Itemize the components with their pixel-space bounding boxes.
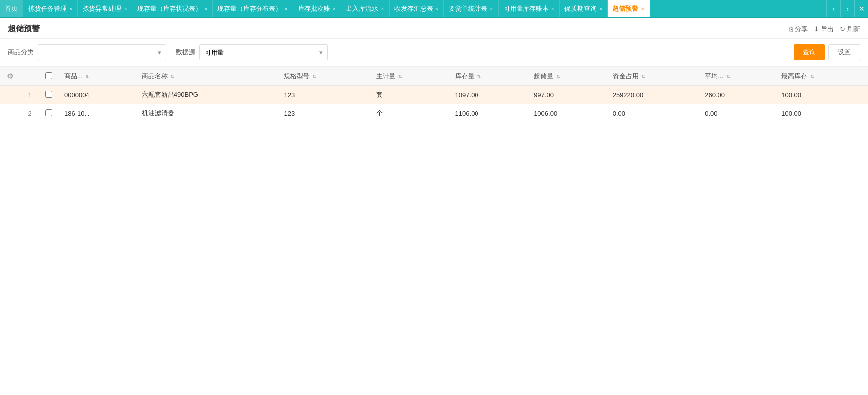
col-header-overstock[interactable]: 超储量 ⇅ bbox=[528, 67, 607, 86]
col-header-product-code-label: 商品... bbox=[64, 72, 83, 79]
nav-label-collect-summary: 收发存汇总表 bbox=[394, 4, 433, 13]
share-label: 分享 bbox=[795, 25, 808, 34]
settings-icon[interactable]: ⚙ bbox=[7, 72, 13, 80]
nav-item-abnormal[interactable]: 拣货异常处理 × bbox=[78, 0, 132, 17]
refresh-button[interactable]: ↻ 刷新 bbox=[840, 25, 860, 34]
cell-settings-0 bbox=[0, 86, 20, 104]
nav-item-available-ledger[interactable]: 可用量库存账本 × bbox=[499, 0, 560, 17]
cell-avg-0: 260.00 bbox=[699, 86, 776, 104]
col-header-checkbox[interactable] bbox=[40, 67, 58, 86]
cell-overstock-0: 997.00 bbox=[528, 86, 607, 104]
filter-area: 商品分类 数据源 可用量 查询 设置 bbox=[0, 39, 868, 67]
col-header-product-code[interactable]: 商品... ⇅ bbox=[58, 67, 136, 86]
cell-inventory-1: 1106.00 bbox=[449, 104, 528, 122]
sort-icon-unit: ⇅ bbox=[398, 74, 402, 79]
nav-close-inventory-dist[interactable]: × bbox=[284, 6, 287, 12]
nav-arrow-close[interactable]: ✕ bbox=[854, 0, 868, 17]
nav-label-available-ledger: 可用量库存账本 bbox=[504, 4, 549, 13]
cell-product-name-0: 六配套新昌490BPG bbox=[136, 86, 278, 104]
nav-label-shelf-life: 保质期查询 bbox=[564, 4, 597, 13]
sort-icon-inventory: ⇅ bbox=[477, 74, 481, 79]
col-header-product-name[interactable]: 商品名称 ⇅ bbox=[136, 67, 278, 86]
sort-icon-product-name: ⇅ bbox=[170, 74, 174, 79]
col-header-settings[interactable]: ⚙ bbox=[0, 67, 20, 86]
page-header: 超储预警 ⎘ 分享 ⬇ 导出 ↻ 刷新 bbox=[0, 18, 868, 39]
nav-item-task-mgmt[interactable]: 拣货任务管理 × bbox=[23, 0, 78, 17]
nav-item-inventory-dist[interactable]: 现存量（库存分布表） × bbox=[213, 0, 293, 17]
data-source-select[interactable]: 可用量 bbox=[199, 44, 328, 60]
data-source-label: 数据源 bbox=[176, 48, 195, 57]
query-button[interactable]: 查询 bbox=[794, 44, 825, 60]
nav-item-inventory-status[interactable]: 现存量（库存状况表） × bbox=[132, 0, 213, 17]
header-actions: ⎘ 分享 ⬇ 导出 ↻ 刷新 bbox=[789, 25, 860, 34]
sort-icon-avg: ⇅ bbox=[726, 74, 730, 79]
select-all-checkbox[interactable] bbox=[45, 72, 52, 79]
nav-label-inventory-dist: 现存量（库存分布表） bbox=[217, 4, 282, 13]
cell-unit-0: 套 bbox=[370, 86, 449, 104]
table-wrapper: ⚙ 商品... ⇅ 商品名称 ⇅ 规格型号 bbox=[0, 67, 868, 122]
data-source-filter-group: 数据源 可用量 bbox=[176, 44, 328, 60]
cell-capital-occupied-1: 0.00 bbox=[607, 104, 699, 122]
col-header-inventory[interactable]: 库存量 ⇅ bbox=[449, 67, 528, 86]
table-row: 1 0000004 六配套新昌490BPG 123 套 1097.00 997.… bbox=[0, 86, 868, 104]
nav-item-shelf-life[interactable]: 保质期查询 × bbox=[560, 0, 608, 17]
cell-checkbox-1[interactable] bbox=[40, 104, 58, 122]
table-row: 2 186-10... 机油滤清器 123 个 1106.00 1006.00 … bbox=[0, 104, 868, 122]
sort-icon-overstock: ⇅ bbox=[556, 74, 560, 79]
filter-actions: 查询 设置 bbox=[794, 44, 860, 60]
col-header-capital-occupied-label: 资金占用 bbox=[613, 72, 639, 79]
product-category-label: 商品分类 bbox=[8, 48, 34, 57]
nav-item-in-out-flow[interactable]: 出入库流水 × bbox=[341, 0, 389, 17]
nav-close-task-mgmt[interactable]: × bbox=[69, 6, 72, 12]
col-header-max-inventory[interactable]: 最高库存 ⇅ bbox=[776, 67, 868, 86]
cell-product-code-0: 0000004 bbox=[58, 86, 136, 104]
nav-close-order-stats[interactable]: × bbox=[490, 6, 493, 12]
nav-close-shelf-life[interactable]: × bbox=[599, 6, 602, 12]
cell-seq-1: 2 bbox=[20, 104, 40, 122]
nav-close-overstock-alert[interactable]: × bbox=[641, 6, 644, 12]
export-icon: ⬇ bbox=[814, 25, 819, 33]
product-category-select[interactable] bbox=[38, 44, 166, 60]
cell-inventory-0: 1097.00 bbox=[449, 86, 528, 104]
col-header-product-name-label: 商品名称 bbox=[142, 72, 168, 79]
col-header-unit[interactable]: 主计量 ⇅ bbox=[370, 67, 449, 86]
cell-product-code-1: 186-10... bbox=[58, 104, 136, 122]
col-header-spec[interactable]: 规格型号 ⇅ bbox=[278, 67, 370, 86]
nav-item-overstock-alert[interactable]: 超储预警 × bbox=[608, 0, 649, 17]
nav-item-inventory-batch[interactable]: 库存批次账 × bbox=[293, 0, 341, 17]
nav-arrow-left[interactable]: ‹ bbox=[826, 0, 840, 17]
cell-unit-1: 个 bbox=[370, 104, 449, 122]
row-checkbox-1[interactable] bbox=[45, 109, 52, 116]
nav-item-collect-summary[interactable]: 收发存汇总表 × bbox=[390, 0, 444, 17]
nav-arrow-right[interactable]: › bbox=[840, 0, 854, 17]
nav-close-available-ledger[interactable]: × bbox=[551, 6, 554, 12]
refresh-label: 刷新 bbox=[847, 25, 860, 34]
row-checkbox-0[interactable] bbox=[45, 91, 52, 98]
nav-close-collect-summary[interactable]: × bbox=[435, 6, 438, 12]
nav-label-abnormal: 拣货异常处理 bbox=[83, 4, 121, 13]
nav-item-home[interactable]: 首页 bbox=[0, 0, 23, 17]
nav-close-inventory-batch[interactable]: × bbox=[333, 6, 336, 12]
col-header-avg[interactable]: 平均... ⇅ bbox=[699, 67, 776, 86]
cell-checkbox-0[interactable] bbox=[40, 86, 58, 104]
col-header-inventory-label: 库存量 bbox=[455, 72, 475, 79]
export-button[interactable]: ⬇ 导出 bbox=[814, 25, 834, 34]
col-header-seq bbox=[20, 67, 40, 86]
nav-close-in-out-flow[interactable]: × bbox=[381, 6, 384, 12]
nav-label-inventory-batch: 库存批次账 bbox=[298, 4, 330, 13]
col-header-capital-occupied[interactable]: 资金占用 ⇅ bbox=[607, 67, 699, 86]
share-button[interactable]: ⎘ 分享 bbox=[789, 25, 808, 34]
settings-button[interactable]: 设置 bbox=[828, 44, 860, 60]
nav-close-abnormal[interactable]: × bbox=[124, 6, 127, 12]
cell-capital-occupied-0: 259220.00 bbox=[607, 86, 699, 104]
nav-label-order-stats: 要货单统计表 bbox=[449, 4, 487, 13]
nav-label-overstock-alert: 超储预警 bbox=[612, 4, 638, 13]
nav-arrows: ‹ › ✕ bbox=[826, 0, 868, 17]
nav-close-inventory-status[interactable]: × bbox=[204, 6, 207, 12]
col-header-overstock-label: 超储量 bbox=[534, 72, 553, 79]
table-header-row: ⚙ 商品... ⇅ 商品名称 ⇅ 规格型号 bbox=[0, 67, 868, 86]
nav-item-order-stats[interactable]: 要货单统计表 × bbox=[444, 0, 498, 17]
export-label: 导出 bbox=[821, 25, 834, 34]
cell-settings-1 bbox=[0, 104, 20, 122]
col-header-avg-label: 平均... bbox=[705, 72, 723, 79]
